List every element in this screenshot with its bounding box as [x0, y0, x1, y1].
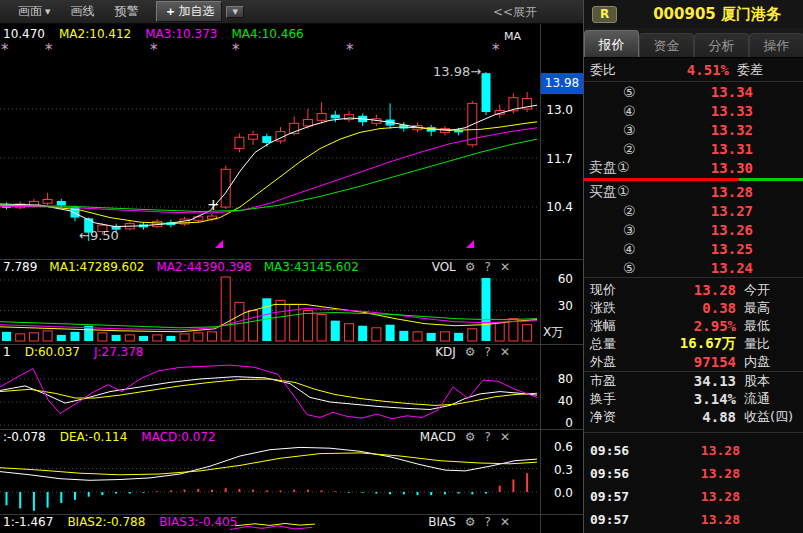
main-ma-labels: 10.470 MA2:10.412 MA3:10.373 MA4:10.466 — [3, 27, 304, 41]
kdj-tick: 0 — [565, 416, 573, 430]
close-icon[interactable]: ✕ — [500, 515, 510, 529]
stat-label: 总量 — [590, 335, 646, 353]
ma4-line — [0, 139, 537, 211]
vol-ma3-value: MA3:43145.602 — [264, 260, 359, 274]
volume-bar-down — [71, 332, 80, 341]
volume-bar-up — [98, 333, 107, 341]
stat-label2: 今开 — [744, 281, 801, 299]
buy-row-2[interactable]: ② 13.27 — [584, 201, 803, 220]
sell-row-3[interactable]: ③ 13.32 — [584, 120, 803, 139]
menu-screen[interactable]: 画面 ▼ — [10, 1, 58, 22]
order-book: ⑤ 13.34 ④ 13.33 ③ 13.32 ② 13.31 卖盘① 13.3… — [584, 82, 803, 277]
crosshair-marker-icon: + — [207, 196, 220, 214]
price-tick: 11.7 — [546, 152, 573, 166]
sell-price: 13.32 — [658, 122, 803, 138]
candle-body-down — [71, 207, 80, 218]
sell-row-4[interactable]: ④ 13.33 — [584, 101, 803, 120]
add-watchlist-dropdown[interactable]: ▼ — [226, 6, 243, 18]
volume-bar-up — [125, 335, 134, 341]
kdj-pane-title: KDJ — [435, 345, 456, 359]
bias1-value: 1:-1.467 — [3, 515, 53, 529]
macd-hist-value: MACD:0.072 — [141, 430, 215, 444]
candle-body-up — [249, 135, 258, 140]
stat-value: 2.95% — [646, 318, 736, 334]
buy-price: 13.24 — [658, 260, 803, 276]
tab-analysis[interactable]: 分析 — [694, 33, 749, 57]
help-icon[interactable]: ? — [485, 430, 491, 444]
tick-row: 09:57 13.28 — [584, 485, 803, 508]
buy-row-5[interactable]: ⑤ 13.24 — [584, 258, 803, 277]
volume-bar-up — [440, 332, 449, 341]
volume-ma-labels: 7.789 MA1:47289.602 MA2:44390.398 MA3:43… — [3, 260, 359, 274]
stat-row-outer: 外盘 97154 内盘 — [584, 353, 803, 371]
macd-dea-line — [0, 453, 537, 475]
close-icon[interactable]: ✕ — [500, 345, 510, 359]
stat-label2: 最低 — [744, 317, 801, 335]
tick-price: 13.28 — [701, 443, 740, 458]
sell-row-5[interactable]: ⑤ 13.34 — [584, 82, 803, 101]
tab-quote[interactable]: 报价 — [584, 30, 639, 57]
tick-list: 09:56 13.28 09:56 13.28 09:57 13.28 09:5… — [584, 432, 803, 533]
weibi-label: 委比 — [590, 61, 616, 79]
volume-bar-up — [345, 324, 354, 341]
stat-value: 3.14% — [646, 391, 736, 407]
stat-label: 换手 — [590, 390, 646, 408]
macd-tick: 0.6 — [554, 440, 573, 454]
stat-row-net-assets: 净资 4.88 收益(四) — [584, 408, 803, 426]
expand-button[interactable]: <<展开 — [493, 4, 537, 21]
tick-time: 09:57 — [590, 489, 629, 504]
add-watchlist-button[interactable]: ＋ 加自选 — [156, 1, 222, 22]
volume-bar-up — [29, 333, 38, 341]
buy-level: 买盘① — [584, 183, 658, 201]
plus-icon: ＋ — [164, 3, 176, 20]
sell-price: 13.31 — [658, 141, 803, 157]
event-star-icon: * — [150, 41, 158, 59]
help-icon[interactable]: ? — [485, 515, 491, 529]
kdj-d-line — [0, 379, 537, 405]
gear-icon[interactable]: ⚙ — [465, 515, 476, 529]
quote-tabs: 报价 资金 分析 操作 — [584, 28, 803, 58]
stat-label: 外盘 — [590, 353, 646, 371]
macd-tick: 0.3 — [554, 463, 573, 477]
buy-row-1[interactable]: 买盘① 13.28 — [584, 182, 803, 201]
close-icon[interactable]: ✕ — [500, 260, 510, 274]
menu-drawline[interactable]: 画线 — [62, 1, 102, 22]
close-icon[interactable]: ✕ — [500, 430, 510, 444]
stat-label2: 流通 — [744, 390, 801, 408]
sell-level: ② — [584, 141, 658, 157]
volume-bar-down — [358, 326, 367, 341]
margin-trading-badge: R — [592, 6, 617, 23]
stat-row-volume: 总量 16.67万 量比 — [584, 335, 803, 353]
tab-operate[interactable]: 操作 — [749, 33, 803, 57]
macd-dif-value: :-0.078 — [3, 430, 46, 444]
buy-row-3[interactable]: ③ 13.26 — [584, 220, 803, 239]
axis-high-price-box: 13.98 — [541, 73, 583, 94]
stat-row-turnover: 换手 3.14% 流通 — [584, 390, 803, 408]
help-icon[interactable]: ? — [485, 260, 491, 274]
menu-alert[interactable]: 预警 — [106, 1, 146, 22]
low-price-annotation: ←9.50 — [79, 228, 119, 243]
tick-time: 09:56 — [590, 443, 629, 458]
sell-row-2[interactable]: ② 13.31 — [584, 139, 803, 158]
volume-bar-up — [16, 334, 25, 341]
buy-row-4[interactable]: ④ 13.25 — [584, 239, 803, 258]
bias3-line — [230, 526, 312, 530]
gear-icon[interactable]: ⚙ — [465, 345, 476, 359]
volume-bar-up — [468, 329, 477, 341]
bias-labels: 1:-1.467 BIAS2:-0.788 BIAS3:-0.405 — [3, 515, 237, 529]
help-icon[interactable]: ? — [485, 345, 491, 359]
volume-tick: 60 — [558, 272, 573, 286]
stat-label2: 收益(四) — [744, 408, 801, 426]
stat-value: 4.88 — [646, 409, 736, 425]
vol-value: 7.789 — [3, 260, 37, 274]
gear-icon[interactable]: ⚙ — [465, 430, 476, 444]
macd-dea-value: DEA:-0.114 — [60, 430, 128, 444]
sell-row-1[interactable]: 卖盘① 13.30 — [584, 158, 803, 177]
tab-funds[interactable]: 资金 — [639, 33, 694, 57]
flag-marker-icon — [466, 240, 474, 248]
gear-icon[interactable]: ⚙ — [465, 260, 476, 274]
buy-level: ⑤ — [584, 260, 658, 276]
stat-value: 16.67万 — [646, 335, 736, 353]
volume-bar-up — [43, 331, 52, 341]
volume-bar-down — [139, 336, 148, 341]
